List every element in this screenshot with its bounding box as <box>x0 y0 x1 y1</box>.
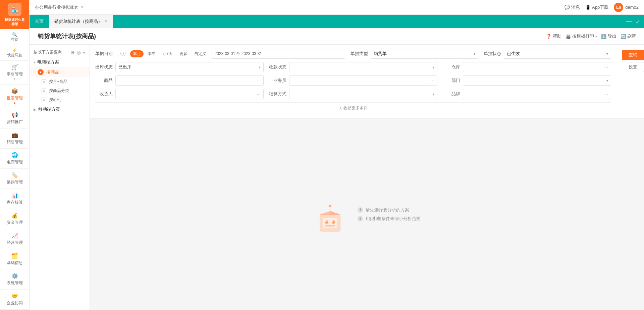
sales-icon: 💼 <box>11 132 18 138</box>
empty-hint-2: 2 用[过滤]条件来缩小分析范围 <box>358 216 420 222</box>
out-status-control[interactable]: 已出库 ▾ <box>115 62 264 72</box>
payment-method-control[interactable]: ▾ <box>289 89 437 99</box>
department-control[interactable]: ▾ <box>463 75 611 86</box>
sidebar-search[interactable]: 🔍 帮助 <box>0 29 29 45</box>
sidebar-item-basic[interactable]: 🗂️ 基础信息 <box>0 249 29 269</box>
date-tab-this-month[interactable]: 本月 <box>130 50 144 57</box>
svg-point-10 <box>325 221 327 222</box>
empty-state: 1 请先选择要分析的方案 2 用[过滤]条件来缩小分析范围 <box>90 118 644 310</box>
by-product-icon: ● <box>38 69 44 75</box>
message-label: 消息 <box>571 4 580 10</box>
date-range-input[interactable]: 2023-03-01 至 2023-03-31 <box>212 49 345 59</box>
purchase-icon: 🏷️ <box>11 172 18 178</box>
salesperson-control[interactable]: ··· <box>289 75 437 86</box>
mobile-group-title[interactable]: ▶ 移动端方案 <box>30 104 90 114</box>
scheme-item-by-category[interactable]: ⊞ 按商品分类 <box>30 86 90 95</box>
print-btn[interactable]: 🖨️ 按模板打印 ▾ <box>566 33 597 39</box>
filter-row-4: 收货人 ··· 结算方式 ▾ <box>95 89 611 99</box>
date-tab-this-year[interactable]: 本年 <box>145 50 158 57</box>
collapse-panel-icon[interactable]: « <box>83 50 86 55</box>
date-tab-custom[interactable]: 自定义 <box>192 50 209 57</box>
by-cashier-label: 按司机 <box>49 97 61 103</box>
message-btn[interactable]: 💬 消息 <box>565 4 580 10</box>
top-header: 办公用品行业模拟账套 ▾ 💬 消息 📱 App下载 Ea demo2 <box>30 0 644 15</box>
sidebar-item-finance[interactable]: 💰 资金管理 <box>0 209 29 229</box>
tab-report[interactable]: 销货单统计表（按商品） ✕ <box>49 15 113 28</box>
sidebar: 🏪 畅捷通好生意 标版 🔍 帮助 ⚡ 快捷导航 🛒 零售管理 ▼ 📦 批发管理 … <box>0 0 30 310</box>
desktop-group-title[interactable]: ▾ 电脑端方案 <box>30 57 90 67</box>
collapse-btn[interactable]: ∧ 收起更多条件 <box>339 105 368 111</box>
sidebar-item-marketing[interactable]: 📢 营销推广 <box>0 108 29 128</box>
date-tab-7days[interactable]: 近7天 <box>160 50 175 57</box>
brand-dots[interactable]: ··· <box>604 91 608 97</box>
sidebar-item-system[interactable]: ⚙️ 系统管理 <box>0 269 29 290</box>
help-btn[interactable]: ❓ 帮助 <box>546 33 561 39</box>
dropdown-arrow[interactable]: ▾ <box>81 5 83 9</box>
product-dots[interactable]: ··· <box>257 78 261 83</box>
brand-control[interactable]: ··· <box>463 89 611 99</box>
download-icon: 📱 <box>585 5 591 10</box>
print-dropdown-icon[interactable]: ▾ <box>595 35 597 38</box>
refresh-btn[interactable]: 🔄 刷新 <box>621 33 636 39</box>
doc-type-control[interactable]: 销货单 ▾ <box>371 49 478 59</box>
date-tab-more[interactable]: 更多 <box>177 50 190 57</box>
sidebar-item-quicknav[interactable]: ⚡ 快捷导航 <box>0 45 29 61</box>
sidebar-search-label: 帮助 <box>1 37 28 42</box>
page-title: 销货单统计表(按商品) <box>38 32 96 44</box>
tab-minimize-btn[interactable]: — <box>625 17 633 26</box>
scheme-item-by-product[interactable]: ● 按商品 <box>30 67 90 77</box>
out-status-chevron: ▾ <box>259 65 261 69</box>
quicknav-icon: ⚡ <box>1 48 28 53</box>
edit-scheme-icon[interactable]: ◎ <box>77 50 81 55</box>
payment-control[interactable]: ▾ <box>289 62 437 72</box>
date-tabs: 上月 本月 本年 近7天 更多 自定义 <box>115 50 209 57</box>
wholesale-icon: 📦 <box>11 88 18 94</box>
tab-bar: 首页 销货单统计表（按商品） ✕ — ⤢ <box>30 15 644 28</box>
inventory-icon: 📊 <box>11 192 18 199</box>
product-filter: 商品 ··· <box>95 75 264 86</box>
scheme-item-by-month-product[interactable]: ⊞ 按月+商品 <box>30 77 90 86</box>
tab-maximize-btn[interactable]: ⤢ <box>634 17 641 26</box>
page-header-actions: ❓ 帮助 🖨️ 按模板打印 ▾ ⬇️ 导出 🔄 刷新 <box>546 33 636 43</box>
industry-label[interactable]: 办公用品行业模拟账套 <box>35 4 78 10</box>
warehouse-control[interactable]: ··· <box>463 62 611 72</box>
sidebar-item-retail[interactable]: 🛒 零售管理 ▼ <box>0 61 29 85</box>
sidebar-item-inventory[interactable]: 📊 库存核算 <box>0 189 29 209</box>
sidebar-item-sales[interactable]: 💼 销售管理 <box>0 128 29 149</box>
svg-point-6 <box>332 220 335 224</box>
date-tab-last-month[interactable]: 上月 <box>115 50 129 57</box>
collapse-row: ∧ 收起更多条件 <box>95 102 611 114</box>
salesperson-dots[interactable]: ··· <box>430 78 434 83</box>
query-button[interactable]: 查询 <box>622 50 644 60</box>
recipient-control[interactable]: ··· <box>115 89 264 99</box>
out-status-value: 已出库 <box>118 64 259 70</box>
svg-marker-1 <box>320 211 330 214</box>
empty-hint-2-text: 用[过滤]条件来缩小分析范围 <box>366 216 420 222</box>
app-download-btn[interactable]: 📱 App下载 <box>585 4 608 10</box>
tab-home[interactable]: 首页 <box>30 15 49 28</box>
sidebar-item-purchase[interactable]: 🏷️ 采购管理 <box>0 169 29 189</box>
logo-text: 畅捷通好生意 <box>5 17 25 22</box>
by-category-icon: ⊞ <box>42 89 46 93</box>
warehouse-dots[interactable]: ··· <box>604 64 608 70</box>
marketing-icon: 📢 <box>11 112 18 118</box>
export-btn[interactable]: ⬇️ 导出 <box>601 33 616 39</box>
sidebar-item-wholesale[interactable]: 📦 批发管理 ▲ <box>0 85 29 108</box>
settings-button[interactable]: 设置 <box>622 62 644 72</box>
tab-close-icon[interactable]: ✕ <box>104 19 108 24</box>
scheme-item-by-cashier[interactable]: ⊞ 按司机 <box>30 95 90 104</box>
salesperson-filter: 业务员 ··· <box>269 75 437 86</box>
by-category-label: 按商品分类 <box>49 88 69 94</box>
product-control[interactable]: ··· <box>115 75 264 86</box>
doc-status-filter: 单据状态 已生效 ▾ <box>484 49 611 59</box>
sidebar-item-ecommerce[interactable]: 🌐 电商管理 <box>0 149 29 169</box>
payment-chevron: ▾ <box>433 65 434 69</box>
mobile-group-label: 移动端方案 <box>38 106 60 112</box>
sidebar-item-enterprise[interactable]: 🤝 企业协同 <box>0 290 29 310</box>
user-area[interactable]: Ea demo2 <box>614 3 639 12</box>
sidebar-item-operations[interactable]: 📈 经营管理 <box>0 229 29 249</box>
filter-row-3: 商品 ··· 业务员 ··· <box>95 75 611 86</box>
add-scheme-icon[interactable]: ⊕ <box>71 50 75 55</box>
recipient-dots[interactable]: ··· <box>257 91 261 97</box>
doc-status-control[interactable]: 已生效 ▾ <box>504 49 611 59</box>
